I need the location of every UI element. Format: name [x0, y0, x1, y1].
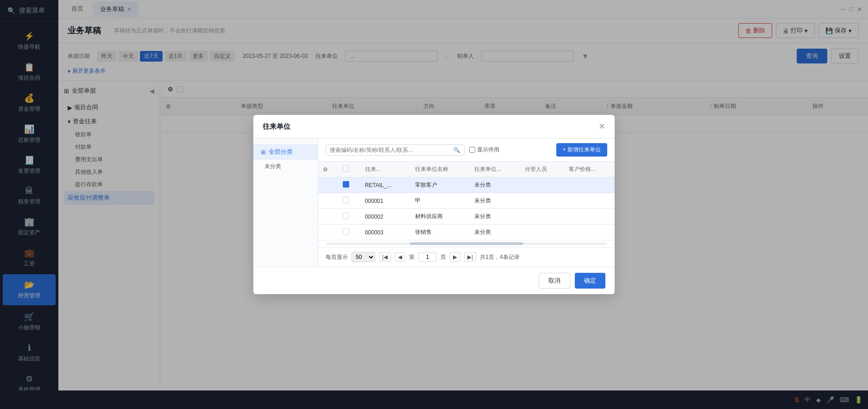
dialog-search-input[interactable]: [330, 147, 453, 153]
col-category: 往来单位...: [470, 162, 520, 177]
col-salesman: 分管人员: [520, 162, 564, 177]
row-select-checkbox[interactable]: [343, 197, 349, 203]
scrollbar-thumb[interactable]: [410, 242, 522, 245]
dialog-sidebar: ⊞ 全部分类 未分类: [253, 138, 318, 267]
row-name: 甲: [410, 193, 470, 209]
row-code: 000003: [360, 225, 411, 240]
add-contact-button[interactable]: + 新增往来单位: [556, 143, 607, 157]
next-page-btn[interactable]: ▶: [450, 252, 460, 262]
dialog-header: 往来单位 ✕: [253, 115, 615, 138]
row-select-checkbox[interactable]: [343, 228, 349, 235]
page-label: 第: [409, 253, 415, 261]
dialog-table-row[interactable]: 000002 材料供应商 未分类: [318, 209, 615, 225]
dialog-table: ⚙ 往来... 往来单位名称 往来单位... 分管人员 客户价格...: [318, 162, 615, 240]
confirm-button[interactable]: 确定: [575, 273, 605, 289]
grid-icon: ⊞: [261, 149, 266, 156]
prev-page-btn[interactable]: ◀: [395, 252, 405, 262]
row-category: 未分类: [470, 225, 520, 240]
dialog-title: 往来单位: [263, 122, 290, 131]
dialog-table-row[interactable]: 000003 张销售 未分类: [318, 225, 615, 240]
row-code: 000001: [360, 193, 411, 209]
row-settings: [318, 193, 338, 209]
col-price-level: 客户价格...: [564, 162, 615, 177]
row-settings: [318, 209, 338, 225]
row-name: 张销售: [410, 225, 470, 240]
select-all-checkbox[interactable]: [343, 165, 349, 172]
dialog-close-btn[interactable]: ✕: [598, 121, 605, 132]
row-category: 未分类: [470, 177, 520, 193]
col-checkbox: [338, 162, 360, 177]
row-price-level: [564, 225, 615, 240]
col-code: 往来...: [360, 162, 411, 177]
last-page-btn[interactable]: ▶|: [464, 252, 476, 262]
row-code: RETAIL_...: [360, 177, 411, 193]
row-checkbox: [338, 225, 360, 240]
dialog-sidebar-uncategorized[interactable]: 未分类: [253, 160, 318, 173]
dialog-body: ⊞ 全部分类 未分类 🔍 显示停用: [253, 138, 615, 267]
row-price-level: [564, 209, 615, 225]
row-checkbox: [338, 193, 360, 209]
row-settings: [318, 225, 338, 240]
row-name: 材料供应商: [410, 209, 470, 225]
dialog-overlay: 往来单位 ✕ ⊞ 全部分类 未分类 🔍: [0, 0, 868, 409]
dialog-sidebar-all-categories[interactable]: ⊞ 全部分类: [253, 144, 318, 160]
row-name: 零散客户: [410, 177, 470, 193]
row-checkbox: [338, 209, 360, 225]
col-settings: ⚙: [318, 162, 338, 177]
dialog-pagination: 每页显示 50 100 |◀ ◀ 第 页 ▶ ▶| 共1页，4条记录: [318, 247, 615, 267]
row-checkbox: [338, 177, 360, 193]
row-select-checkbox[interactable]: [343, 213, 349, 219]
dialog-toolbar: 🔍 显示停用 + 新增往来单位: [318, 138, 615, 162]
cancel-button[interactable]: 取消: [539, 273, 570, 289]
dialog-table-header: ⚙ 往来... 往来单位名称 往来单位... 分管人员 客户价格...: [318, 162, 615, 177]
row-price-level: [564, 193, 615, 209]
counterpart-dialog: 往来单位 ✕ ⊞ 全部分类 未分类 🔍: [253, 115, 615, 294]
show-disabled-label: 显示停用: [469, 146, 499, 154]
dialog-table-row[interactable]: 000001 甲 未分类: [318, 193, 615, 209]
row-select-checkbox[interactable]: [343, 181, 349, 188]
per-page-select[interactable]: 50 100: [352, 252, 375, 262]
dialog-table-row[interactable]: RETAIL_... 零散客户 未分类: [318, 177, 615, 193]
dialog-footer: 取消 确定: [253, 267, 615, 294]
row-category: 未分类: [470, 193, 520, 209]
col-name: 往来单位名称: [410, 162, 470, 177]
dialog-main: 🔍 显示停用 + 新增往来单位 ⚙: [318, 138, 615, 267]
page-input[interactable]: [418, 252, 437, 262]
page-suffix: 页: [440, 253, 446, 261]
first-page-btn[interactable]: |◀: [379, 252, 391, 262]
row-salesman: [520, 209, 564, 225]
row-code: 000002: [360, 209, 411, 225]
row-category: 未分类: [470, 209, 520, 225]
total-text: 共1页，4条记录: [480, 253, 519, 261]
row-price-level: [564, 177, 615, 193]
row-salesman: [520, 193, 564, 209]
dialog-table-wrap: ⚙ 往来... 往来单位名称 往来单位... 分管人员 客户价格...: [318, 162, 615, 247]
dialog-search-box[interactable]: 🔍: [326, 145, 465, 156]
row-settings: [318, 177, 338, 193]
per-page-label: 每页显示: [326, 253, 348, 261]
row-salesman: [520, 225, 564, 240]
row-salesman: [520, 177, 564, 193]
search-icon: 🔍: [453, 147, 460, 153]
show-disabled-checkbox[interactable]: [469, 147, 475, 153]
horizontal-scrollbar[interactable]: [326, 242, 607, 245]
